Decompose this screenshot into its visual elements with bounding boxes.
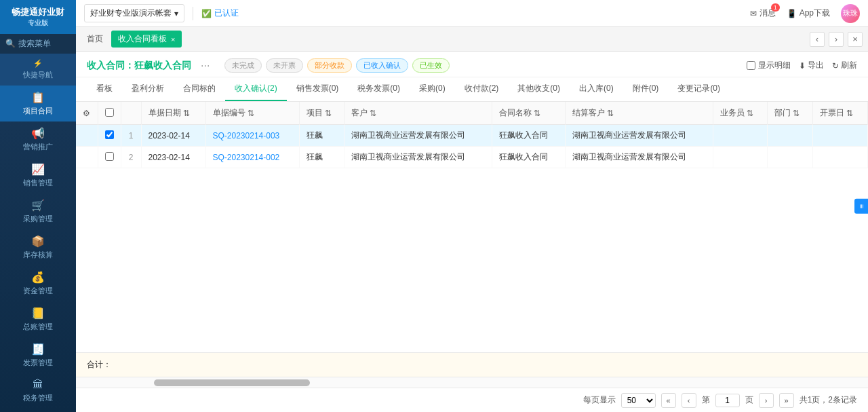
close-icon: × — [852, 34, 858, 44]
tab-payment[interactable]: 收付款(2) — [455, 77, 509, 101]
col-date[interactable]: 单据日期⇅ — [141, 102, 205, 125]
sidebar-item-purchase[interactable]: 🛒 采购管理 — [0, 193, 76, 229]
search-menu-label: 搜索菜单 — [18, 38, 51, 50]
tab-purchase[interactable]: 采购(0) — [410, 77, 455, 101]
sort-icon: ⇅ — [747, 109, 753, 118]
col-contract-name[interactable]: 合同名称⇅ — [492, 102, 565, 125]
select-all-checkbox[interactable] — [105, 108, 114, 117]
income-contract-tab[interactable]: 收入合同看板 × — [111, 31, 182, 48]
status-effective[interactable]: 已生效 — [412, 58, 450, 73]
tab-other-income[interactable]: 其他收支(0) — [508, 77, 570, 101]
tab-stock[interactable]: 出入库(0) — [570, 77, 623, 101]
sidebar-item-sales[interactable]: 📈 销售管理 — [0, 157, 76, 193]
last-icon: » — [785, 396, 789, 405]
tab-label: 收入合同看板 — [118, 33, 167, 45]
tab-tax-invoice[interactable]: 税务发票(0) — [348, 77, 410, 101]
col-end-customer[interactable]: 结算客户⇅ — [565, 102, 713, 125]
sidebar-item-label: 库存核算 — [23, 250, 53, 260]
search-menu[interactable]: 🔍 搜索菜单 — [0, 34, 76, 54]
sales-icon: 📈 — [31, 163, 45, 176]
show-detail-input[interactable] — [747, 61, 755, 70]
sidebar-item-fixed-assets[interactable]: 🏢 固定资产 — [0, 409, 76, 412]
sort-icon: ⇅ — [248, 109, 254, 118]
scrollbar-thumb[interactable] — [154, 379, 310, 386]
row-checkbox[interactable] — [105, 130, 114, 139]
table-row[interactable]: 1 2023-02-14 SQ-20230214-003 狂飙 湖南卫视商业运营… — [76, 125, 868, 147]
close-window-button[interactable]: × — [848, 32, 863, 47]
prev-page-button[interactable]: ‹ — [682, 393, 696, 408]
sidebar-item-fund[interactable]: 💰 资金管理 — [0, 265, 76, 301]
doc-no-link[interactable]: SQ-20230214-003 — [213, 131, 280, 141]
row-invoice-date — [813, 125, 868, 147]
col-project[interactable]: 项目⇅ — [299, 102, 344, 125]
horizontal-scrollbar[interactable] — [76, 377, 868, 388]
row-date: 2023-02-14 — [141, 125, 205, 147]
prev-icon: ‹ — [688, 396, 690, 405]
col-docno[interactable]: 单据编号⇅ — [205, 102, 299, 125]
app-download-button[interactable]: 📱 App下载 — [787, 7, 830, 19]
row-date: 2023-02-14 — [141, 147, 205, 168]
col-customer[interactable]: 客户⇅ — [344, 102, 492, 125]
tab-change-log[interactable]: 变更记录(0) — [668, 77, 730, 101]
show-detail-checkbox[interactable]: 显示明细 — [747, 60, 791, 71]
tab-contract-std[interactable]: 合同标的 — [174, 77, 225, 101]
last-page-button[interactable]: » — [779, 393, 794, 408]
first-page-button[interactable]: « — [661, 393, 676, 408]
status-confirmed[interactable]: 已收入确认 — [356, 58, 408, 73]
row-checkbox-cell[interactable] — [98, 147, 121, 168]
close-tab-button[interactable]: × — [171, 35, 175, 43]
row-docno: SQ-20230214-003 — [205, 125, 299, 147]
sidebar-item-invoice[interactable]: 🧾 发票管理 — [0, 337, 76, 373]
contract-header: 收入合同：狂飙收入合同 ··· 未完成 未开票 部分收款 已收入确认 已生效 显… — [76, 52, 868, 77]
customer-col-label: 客户 — [351, 107, 368, 119]
end-customer-col-label: 结算客户 — [572, 107, 605, 119]
col-dept[interactable]: 部门⇅ — [768, 102, 813, 125]
next-page-button[interactable]: › — [759, 393, 774, 408]
user-avatar-button[interactable]: 珠珠 — [841, 4, 860, 23]
col-invoice-date[interactable]: 开票日⇅ — [813, 102, 868, 125]
sidebar-item-marketing[interactable]: 📢 营销推广 — [0, 121, 76, 157]
per-page-select[interactable]: 50 100 200 — [621, 393, 656, 408]
quick-nav[interactable]: ⚡ 快捷导航 — [0, 54, 76, 86]
row-checkbox-cell[interactable] — [98, 125, 121, 147]
company-selector[interactable]: 好业财专业版演示帐套 ▾ — [84, 4, 184, 22]
data-table-area: ⚙ 单据日期⇅ 单据编号⇅ 项目⇅ — [76, 102, 868, 352]
page-number-input[interactable] — [715, 394, 740, 407]
tab-attachment[interactable]: 附件(0) — [623, 77, 669, 101]
home-tab[interactable]: 首页 — [81, 31, 108, 48]
prev-tab-button[interactable]: ‹ — [810, 32, 825, 47]
tab-sales-invoice[interactable]: 销售发票(0) — [287, 77, 349, 101]
sidebar-item-ledger[interactable]: 📒 总账管理 — [0, 301, 76, 337]
table-row[interactable]: 2 2023-02-14 SQ-20230214-002 狂飙 湖南卫视商业运营… — [76, 147, 868, 168]
right-panel-icon[interactable]: ≡ — [854, 198, 868, 213]
message-button[interactable]: ✉ 1 消息 — [750, 7, 776, 19]
main-area: 好业财专业版演示帐套 ▾ ✅ 已认证 ✉ 1 消息 📱 App下载 珠珠 — [76, 0, 868, 412]
export-button[interactable]: ⬇ 导出 — [799, 60, 824, 71]
inventory-icon: 📦 — [31, 235, 45, 248]
app-name: 畅捷通好业财 — [5, 7, 71, 18]
sidebar-item-project-contract[interactable]: 📋 项目合同 — [0, 86, 76, 121]
status-uninvoiced[interactable]: 未开票 — [266, 58, 303, 73]
search-icon: 🔍 — [5, 39, 16, 48]
row-dept — [768, 147, 813, 168]
col-salesperson[interactable]: 业务员⇅ — [713, 102, 768, 125]
sidebar-item-inventory[interactable]: 📦 库存核算 — [0, 229, 76, 265]
doc-no-link[interactable]: SQ-20230214-002 — [213, 153, 280, 162]
tab-kanban[interactable]: 看板 — [87, 77, 122, 101]
tab-income-confirm[interactable]: 收入确认(2) — [225, 77, 287, 101]
project-col-label: 项目 — [307, 107, 323, 119]
row-checkbox[interactable] — [105, 152, 114, 161]
refresh-button[interactable]: ↻ 刷新 — [832, 60, 857, 71]
col-settings[interactable]: ⚙ — [76, 102, 98, 125]
next-tab-button[interactable]: › — [829, 32, 844, 47]
more-options-button[interactable]: ··· — [198, 60, 212, 72]
sidebar-item-tax[interactable]: 🏛 税务管理 — [0, 373, 76, 409]
app-edition: 专业版 — [5, 18, 71, 27]
status-partial[interactable]: 部分收款 — [307, 58, 352, 73]
sort-icon: ⇅ — [183, 109, 190, 118]
tab-profit[interactable]: 盈利分析 — [122, 77, 174, 101]
status-incomplete[interactable]: 未完成 — [224, 58, 262, 73]
row-invoice-date — [813, 147, 868, 168]
sidebar-item-label: 项目合同 — [23, 106, 53, 116]
export-label: 导出 — [808, 60, 824, 71]
